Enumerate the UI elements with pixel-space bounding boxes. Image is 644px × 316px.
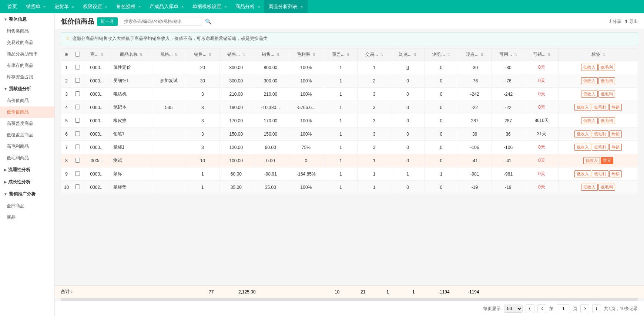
close-icon[interactable]: × bbox=[224, 4, 227, 9]
tag-label: 低收入 bbox=[581, 77, 598, 84]
close-icon[interactable]: × bbox=[181, 4, 184, 9]
col-browse1[interactable]: 浏览... ⇅ bbox=[391, 48, 425, 61]
sidebar-item-new-products[interactable]: 新品 bbox=[0, 212, 54, 223]
row-spec: 535 bbox=[152, 101, 186, 114]
total-records-label: 共1页，10条记录 bbox=[604, 306, 638, 312]
sidebar-item-high-coverage[interactable]: 高覆盖度商品 bbox=[0, 118, 54, 129]
nav-product-analysis[interactable]: 商品分析 × bbox=[231, 0, 264, 13]
export-button[interactable]: ⬆ 导出 bbox=[624, 18, 638, 25]
sidebar-item-sales-goods[interactable]: 销售类商品 bbox=[0, 26, 54, 37]
row-gross: -5766.6... bbox=[288, 101, 324, 114]
horizontal-scrollbar[interactable] bbox=[61, 298, 638, 301]
row-select-checkbox[interactable] bbox=[75, 158, 80, 163]
page-size-select[interactable]: 50 100 bbox=[504, 305, 523, 313]
row-checkbox[interactable] bbox=[72, 101, 83, 114]
row-select-checkbox[interactable] bbox=[75, 184, 80, 189]
col-name[interactable]: 商品名称 ⇅ bbox=[111, 48, 152, 61]
col-s3[interactable]: 销售... ⇅ bbox=[253, 48, 288, 61]
sidebar-item-all-products[interactable]: 全部商品 bbox=[0, 200, 54, 212]
search-input[interactable] bbox=[121, 17, 202, 26]
row-browse1[interactable]: 1 bbox=[391, 167, 425, 181]
row-select-checkbox[interactable] bbox=[75, 105, 80, 109]
row-checkbox[interactable] bbox=[72, 74, 83, 88]
next-page-button[interactable]: > bbox=[580, 304, 589, 313]
close-icon[interactable]: × bbox=[138, 4, 141, 9]
col-checkbox[interactable] bbox=[72, 48, 83, 61]
first-page-button[interactable]: ⟨ bbox=[526, 304, 534, 313]
sidebar-group-marketing[interactable]: ▼ 营销推广分析 bbox=[0, 188, 54, 200]
row-select-checkbox[interactable] bbox=[75, 78, 80, 83]
select-all-checkbox[interactable] bbox=[75, 52, 80, 57]
row-checkbox[interactable] bbox=[72, 167, 83, 181]
col-settings[interactable]: ⚙ bbox=[61, 48, 72, 61]
close-icon[interactable]: × bbox=[43, 4, 46, 9]
row-checkbox[interactable] bbox=[72, 114, 83, 128]
sidebar-item-high-value[interactable]: 高价值商品 bbox=[0, 95, 54, 106]
share-button[interactable]: ⤴ 分享 bbox=[609, 18, 621, 25]
col-browse2[interactable]: 浏览... ⇅ bbox=[425, 48, 458, 61]
col-tags[interactable]: 标签 ⇅ bbox=[559, 48, 638, 61]
col-s1[interactable]: 销售... ⇅ bbox=[186, 48, 219, 61]
tag-hot: 热销 bbox=[609, 104, 622, 111]
row-select-checkbox[interactable] bbox=[75, 131, 80, 136]
col-spec[interactable]: 规格... ⇅ bbox=[152, 48, 186, 61]
nav-finished-goods[interactable]: 产成品入库单 × bbox=[145, 0, 188, 13]
row-select-checkbox[interactable] bbox=[75, 171, 80, 176]
time-filter-button[interactable]: 近一月 bbox=[97, 17, 118, 26]
col-code[interactable]: 商... ⇅ bbox=[83, 48, 111, 61]
col-trade[interactable]: 交易... ⇅ bbox=[358, 48, 391, 61]
page-label: 第 bbox=[549, 306, 554, 312]
row-browse1[interactable]: 0 bbox=[391, 61, 425, 74]
close-icon[interactable]: × bbox=[301, 4, 303, 9]
sidebar-group-overall[interactable]: ▼ 整体信息 bbox=[0, 13, 54, 26]
row-tags: 低收入低毛利 bbox=[559, 88, 638, 101]
tag-label: 低收入 bbox=[581, 117, 598, 124]
col-gross[interactable]: 毛利率 ⇅ bbox=[288, 48, 324, 61]
row-checkbox[interactable] bbox=[72, 88, 83, 101]
row-select-checkbox[interactable] bbox=[75, 65, 80, 69]
col-cov[interactable]: 覆盖... ⇅ bbox=[324, 48, 358, 61]
row-checkbox[interactable] bbox=[72, 141, 83, 154]
row-select-checkbox[interactable] bbox=[75, 118, 80, 123]
close-icon[interactable]: × bbox=[258, 4, 260, 9]
sidebar-item-high-margin[interactable]: 高毛利商品 bbox=[0, 141, 54, 152]
row-checkbox[interactable] bbox=[72, 154, 83, 167]
browse-link[interactable]: 1 bbox=[406, 171, 409, 177]
row-browse2: 1 bbox=[425, 167, 458, 181]
sidebar-group-growth[interactable]: ▶ 成长性分析 bbox=[0, 176, 54, 188]
row-select-checkbox[interactable] bbox=[75, 91, 80, 96]
close-icon[interactable]: × bbox=[105, 4, 107, 9]
sidebar-group-contribution[interactable]: ▼ 贡献值分析 bbox=[0, 83, 54, 95]
col-s2[interactable]: 销售... ⇅ bbox=[219, 48, 253, 61]
row-stock1: -106 bbox=[458, 141, 492, 154]
sidebar-item-stock-capital[interactable]: 库存资金占用 bbox=[0, 71, 54, 83]
sidebar-item-stock-goods[interactable]: 有库存的商品 bbox=[0, 60, 54, 71]
nav-purchase[interactable]: 进货单 × bbox=[50, 0, 78, 13]
col-stock1[interactable]: 现有... ⇅ bbox=[458, 48, 492, 61]
row-checkbox[interactable] bbox=[72, 128, 83, 141]
nav-home[interactable]: 首页 bbox=[3, 0, 21, 13]
col-stock2[interactable]: 可用... ⇅ bbox=[492, 48, 525, 61]
sidebar-group-circulation[interactable]: ▶ 流通性分析 bbox=[0, 164, 54, 176]
nav-product-analysis-list[interactable]: 商品分析列表 × bbox=[264, 0, 307, 13]
prev-page-button[interactable]: < bbox=[537, 304, 546, 313]
row-select-checkbox[interactable] bbox=[75, 145, 80, 149]
row-checkbox[interactable] bbox=[72, 61, 83, 74]
col-stock3[interactable]: 可销... ⇅ bbox=[525, 48, 559, 61]
sidebar-item-low-coverage[interactable]: 低覆盖度商品 bbox=[0, 129, 54, 141]
nav-sales[interactable]: 销货单 × bbox=[21, 0, 50, 13]
last-page-button[interactable]: ⟩ bbox=[592, 304, 601, 313]
page-number-input[interactable] bbox=[557, 304, 570, 313]
nav-template[interactable]: 单据模板设置 × bbox=[188, 0, 231, 13]
nav-permissions[interactable]: 权限设置 × bbox=[78, 0, 112, 13]
row-checkbox[interactable] bbox=[72, 181, 83, 194]
sidebar-item-low-value[interactable]: 低价值商品 bbox=[0, 106, 54, 118]
nav-roles[interactable]: 角色授权 × bbox=[112, 0, 145, 13]
search-icon[interactable]: 🔍 bbox=[205, 18, 211, 24]
sidebar-item-category-rate[interactable]: 商品分类助销率 bbox=[0, 48, 54, 60]
browse-link[interactable]: 0 bbox=[406, 65, 409, 70]
sidebar-item-low-margin[interactable]: 低毛利商品 bbox=[0, 152, 54, 164]
sidebar-item-traded-goods[interactable]: 交易过的商品 bbox=[0, 37, 54, 48]
row-browse2: 0 bbox=[425, 181, 458, 194]
close-icon[interactable]: × bbox=[72, 4, 74, 9]
